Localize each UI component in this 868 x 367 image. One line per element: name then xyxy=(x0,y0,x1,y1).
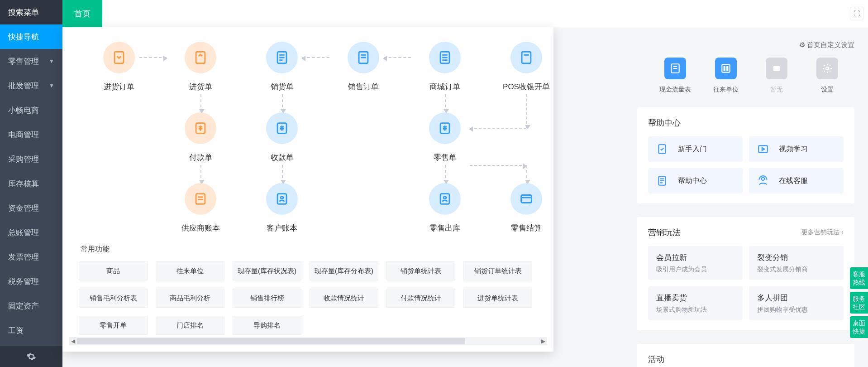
sidebar: 搜索菜单 快捷导航零售管理▼批发管理▼小畅电商电商管理采购管理库存核算资金管理总… xyxy=(0,0,62,367)
marketing-panel: 营销玩法 更多营销玩法 › 会员拉新吸引用户成为会员裂变分销裂变式发展分销商直播… xyxy=(637,217,854,330)
common-fn-button[interactable]: 进货单统计表 xyxy=(463,289,532,308)
marketing-item[interactable]: 多人拼团拼团购物享受优惠 xyxy=(749,286,844,320)
horizontal-scrollbar[interactable]: ◀ ▶ xyxy=(69,337,547,345)
common-fn-button[interactable]: 零售开单 xyxy=(79,316,148,335)
marketing-item[interactable]: 直播卖货场景式购物新玩法 xyxy=(648,286,743,320)
dashboard-custom-link[interactable]: ⚙ 首页自定义设置 xyxy=(637,27,854,58)
sidebar-item[interactable]: 固定资产 xyxy=(0,294,62,318)
node-sales-bill[interactable]: 销货单 xyxy=(248,42,316,92)
sidebar-item[interactable]: 库存核算 xyxy=(0,171,62,196)
scroll-left[interactable]: ◀ xyxy=(69,337,77,345)
flow-arrow xyxy=(302,57,329,58)
svg-point-3 xyxy=(826,67,829,70)
marketing-item[interactable]: 会员拉新吸引用户成为会员 xyxy=(648,246,743,280)
common-fn-button[interactable]: 现存量(库存状况表) xyxy=(233,261,301,280)
help-item[interactable]: 视频学习 xyxy=(749,136,844,162)
node-pos-open[interactable]: POS收银开单 xyxy=(492,42,560,92)
node-retail-bill[interactable]: 零售单 xyxy=(411,112,479,163)
shortcut-item[interactable]: 暂无 xyxy=(758,58,795,94)
flow-arrow xyxy=(139,57,167,58)
help-icon xyxy=(655,142,669,156)
common-fn-title: 常用功能 xyxy=(81,245,540,254)
fullscreen-button[interactable]: ⛶ xyxy=(850,7,863,20)
flow-arrow xyxy=(470,165,526,166)
sidebar-item[interactable]: 电商管理 xyxy=(0,122,62,147)
sidebar-item[interactable]: 发票管理 xyxy=(0,245,62,269)
svg-point-7 xyxy=(762,177,765,180)
tab-home[interactable]: 首页 xyxy=(62,0,102,27)
help-icon xyxy=(756,142,770,156)
quicknav-flyout: 进货订单 进货单 销货单 销售订单 商城订单 POS收银开单 付款单 收款单 零… xyxy=(62,27,553,352)
sidebar-item[interactable]: 批发管理▼ xyxy=(0,73,62,98)
help-item[interactable]: 在线客服 xyxy=(749,168,844,193)
side-badge[interactable]: 服务社区 xyxy=(850,292,868,314)
sidebar-search[interactable]: 搜索菜单 xyxy=(0,0,62,24)
svg-rect-1 xyxy=(722,64,730,72)
node-retail-out[interactable]: 零售出库 xyxy=(411,183,479,233)
flow-arrow xyxy=(282,94,283,112)
common-fn-button[interactable]: 商品毛利分析 xyxy=(156,289,224,308)
scroll-thumb[interactable] xyxy=(77,338,465,344)
svg-point-19 xyxy=(281,196,283,199)
common-fn-button[interactable]: 付款情况统计 xyxy=(386,289,455,308)
side-badges: 客服热线服务社区桌面快捷 xyxy=(850,267,868,341)
sidebar-item[interactable]: 采购管理 xyxy=(0,147,62,171)
help-item[interactable]: 帮助中心 xyxy=(648,168,743,193)
gear-icon xyxy=(26,352,36,362)
marketing-item[interactable]: 裂变分销裂变式发展分销商 xyxy=(749,246,844,280)
sidebar-settings[interactable] xyxy=(0,346,62,367)
svg-rect-22 xyxy=(521,195,532,203)
common-fn-button[interactable]: 销售毛利分析表 xyxy=(79,289,148,308)
side-badge[interactable]: 客服热线 xyxy=(850,267,868,289)
node-payment[interactable]: 付款单 xyxy=(167,112,234,163)
activity-title: 活动 xyxy=(648,354,664,365)
flow-arrow xyxy=(470,128,526,129)
marketing-more-link[interactable]: 更多营销玩法 › xyxy=(801,228,844,237)
svg-rect-5 xyxy=(758,145,768,152)
shortcut-icon xyxy=(664,58,686,79)
common-fn-button[interactable]: 销货单统计表 xyxy=(386,261,455,280)
help-title: 帮助中心 xyxy=(648,117,681,128)
scroll-track[interactable] xyxy=(77,337,539,345)
sidebar-item[interactable]: 总账管理 xyxy=(0,220,62,245)
node-retail-settle[interactable]: 零售结算 xyxy=(492,183,560,233)
node-receipt[interactable]: 收款单 xyxy=(248,112,316,163)
common-fn-button[interactable]: 门店排名 xyxy=(156,316,224,335)
help-item[interactable]: 新手入门 xyxy=(648,136,743,162)
help-icon xyxy=(655,174,669,188)
sidebar-item[interactable]: 零售管理▼ xyxy=(0,49,62,73)
sidebar-item[interactable]: 工资 xyxy=(0,318,62,343)
chevron-down-icon: ▼ xyxy=(49,58,54,64)
node-mall-order[interactable]: 商城订单 xyxy=(411,42,479,92)
side-badge[interactable]: 桌面快捷 xyxy=(850,316,868,338)
sidebar-item[interactable]: 税务管理 xyxy=(0,269,62,294)
sidebar-item[interactable]: 小畅电商 xyxy=(0,98,62,122)
common-fn-button[interactable]: 销售排行榜 xyxy=(233,289,301,308)
flow-arrow xyxy=(526,94,527,128)
common-fn-button[interactable]: 导购排名 xyxy=(233,316,301,335)
sidebar-item[interactable]: 资金管理 xyxy=(0,196,62,220)
flow-arrow xyxy=(445,94,446,112)
flow-diagram: 进货订单 进货单 销货单 销售订单 商城订单 POS收银开单 付款单 收款单 零… xyxy=(76,42,540,241)
flow-arrow xyxy=(384,57,411,58)
chevron-down-icon: ▼ xyxy=(49,82,54,89)
common-fn-button[interactable]: 往来单位 xyxy=(156,261,224,280)
scroll-right[interactable]: ▶ xyxy=(539,337,547,345)
sidebar-item[interactable]: 快捷导航 xyxy=(0,24,62,49)
shortcut-item[interactable]: 现金流量表 xyxy=(657,58,693,94)
flow-arrow xyxy=(200,94,201,112)
shortcut-item[interactable]: 往来单位 xyxy=(708,58,744,94)
node-purchase-receipt[interactable]: 进货单 xyxy=(167,42,234,92)
flow-arrow xyxy=(526,165,527,183)
node-purchase-order[interactable]: 进货订单 xyxy=(85,42,153,92)
node-sales-order[interactable]: 销售订单 xyxy=(329,42,397,92)
common-fn-button[interactable]: 商品 xyxy=(79,261,148,280)
common-fn-button[interactable]: 销货订单统计表 xyxy=(463,261,532,280)
common-fn-button[interactable]: 收款情况统计 xyxy=(310,289,378,308)
svg-rect-13 xyxy=(522,52,531,63)
topbar: 首页 ⛶ xyxy=(62,0,868,27)
node-customer-ledger[interactable]: 客户账本 xyxy=(248,183,316,233)
shortcut-item[interactable]: 设置 xyxy=(809,58,845,94)
common-fn-button[interactable]: 现存量(库存分布表) xyxy=(310,261,378,280)
node-supplier-ledger[interactable]: 供应商账本 xyxy=(167,183,234,233)
